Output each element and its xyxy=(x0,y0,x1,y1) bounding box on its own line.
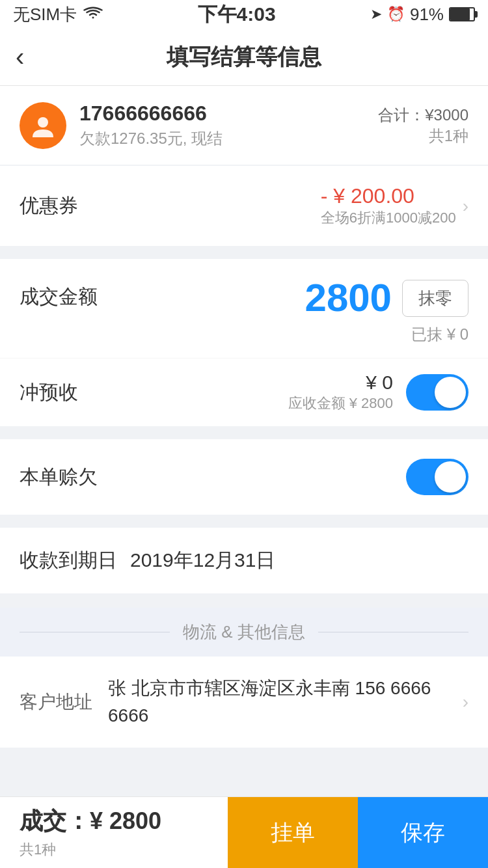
content-area: 17666666666 欠款1276.35元, 现结 合计：¥3000 共1种 … xyxy=(0,86,488,868)
nav-bar: ‹ 填写结算等信息 xyxy=(0,29,488,86)
battery-icon xyxy=(449,7,475,21)
location-icon: ➤ xyxy=(370,6,382,23)
deal-sub: 已抹 ¥ 0 xyxy=(0,324,488,358)
toggle-knob-debt xyxy=(435,461,466,493)
save-button[interactable]: 保存 xyxy=(358,797,488,869)
coupon-row[interactable]: 优惠券 - ¥ 200.00 全场6折满1000减200 › xyxy=(0,166,488,246)
status-time: 下午4:03 xyxy=(198,1,276,28)
due-date: 2019年12月31日 xyxy=(130,547,275,574)
coupon-discount: - ¥ 200.00 xyxy=(321,184,456,208)
bottom-bar: 成交：¥ 2800 共1种 挂单 保存 xyxy=(0,796,488,868)
advance-toggle[interactable] xyxy=(406,374,468,411)
hang-button[interactable]: 挂单 xyxy=(228,797,358,869)
customer-phone: 17666666666 xyxy=(79,102,223,126)
deal-prefix: 成交： xyxy=(20,807,90,834)
advance-amount: ¥ 0 应收金额 ¥ 2800 xyxy=(288,372,393,413)
debt-toggle[interactable] xyxy=(406,459,468,495)
deal-section: 成交金额 2800 抹零 已抹 ¥ 0 冲预收 ¥ 0 应收金额 ¥ 2800 xyxy=(0,259,488,426)
chevron-right-icon: › xyxy=(463,196,468,217)
bottom-deal-text: 成交：¥ 2800 xyxy=(20,806,208,837)
advance-right: ¥ 0 应收金额 ¥ 2800 xyxy=(288,372,468,413)
battery-label: 91% xyxy=(410,5,444,25)
customer-card: 17666666666 欠款1276.35元, 现结 合计：¥3000 共1种 xyxy=(0,86,488,165)
alarm-icon: ⏰ xyxy=(387,6,405,23)
deal-value: ¥ 2800 xyxy=(90,807,161,834)
customer-right: 合计：¥3000 共1种 xyxy=(378,105,468,146)
debt-label: 本单赊欠 xyxy=(20,464,98,491)
deal-row: 成交金额 2800 抹零 xyxy=(0,259,488,324)
total-label: 合计：¥3000 xyxy=(378,105,468,126)
customer-sub: 欠款1276.35元, 现结 xyxy=(79,128,223,149)
address-chevron-icon: › xyxy=(463,692,468,712)
toggle-knob xyxy=(435,377,466,408)
avatar xyxy=(20,102,66,149)
logistics-label: 物流 & 其他信息 xyxy=(183,621,305,644)
logistics-header: 物流 & 其他信息 xyxy=(0,608,488,657)
bottom-count: 共1种 xyxy=(20,840,208,860)
customer-info: 17666666666 欠款1276.35元, 现结 xyxy=(79,102,223,149)
advance-row: 冲预收 ¥ 0 应收金额 ¥ 2800 xyxy=(0,358,488,426)
coupon-desc: 全场6折满1000减200 xyxy=(321,208,456,228)
total-count: 共1种 xyxy=(378,126,468,146)
status-right: ➤ ⏰ 91% xyxy=(370,5,475,25)
coupon-right: - ¥ 200.00 全场6折满1000减200 › xyxy=(321,184,468,228)
back-button[interactable]: ‹ xyxy=(16,42,24,72)
due-row: 收款到期日 2019年12月31日 xyxy=(0,528,488,593)
wifi-icon xyxy=(83,5,103,25)
advance-label: 冲预收 xyxy=(20,379,78,406)
round-button[interactable]: 抹零 xyxy=(402,280,468,317)
debt-row: 本单赊欠 xyxy=(0,439,488,515)
status-bar: 无SIM卡 下午4:03 ➤ ⏰ 91% xyxy=(0,0,488,29)
bottom-summary: 成交：¥ 2800 共1种 xyxy=(0,806,228,860)
carrier-label: 无SIM卡 xyxy=(13,3,77,26)
address-content: 张 北京市市辖区海淀区永丰南 156 6666 6666 xyxy=(108,675,447,729)
deal-right: 2800 抹零 xyxy=(305,278,468,318)
deal-label: 成交金额 xyxy=(20,278,98,310)
deal-amount: 2800 xyxy=(305,278,392,318)
address-label: 客户地址 xyxy=(20,690,92,714)
page-title: 填写结算等信息 xyxy=(167,42,321,72)
coupon-label: 优惠券 xyxy=(20,193,78,219)
customer-left: 17666666666 欠款1276.35元, 现结 xyxy=(20,102,223,149)
due-label: 收款到期日 xyxy=(20,547,117,574)
divider xyxy=(0,595,488,608)
address-row[interactable]: 客户地址 张 北京市市辖区海淀区永丰南 156 6666 6666 › xyxy=(0,657,488,748)
svg-point-0 xyxy=(38,117,48,128)
status-left: 无SIM卡 xyxy=(13,3,103,26)
